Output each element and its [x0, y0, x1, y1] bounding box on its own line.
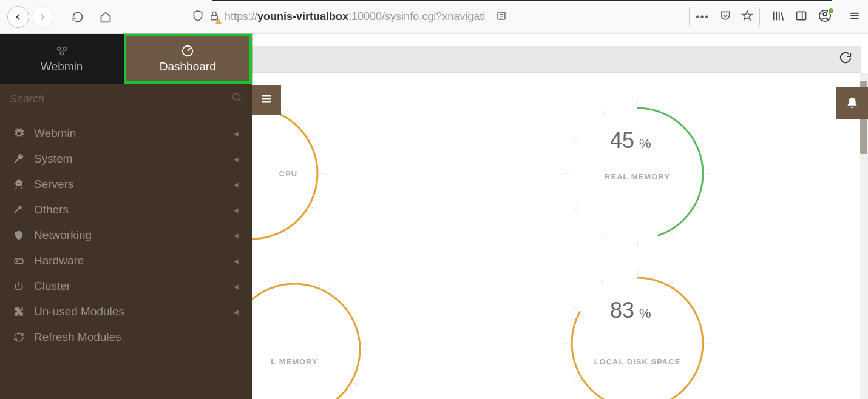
gauge-mem-pct: % — [639, 136, 651, 151]
sidebar-item-networking[interactable]: Networking◀ — [0, 223, 252, 248]
tab-webmin[interactable]: Webmin — [0, 34, 124, 84]
svg-line-43 — [601, 232, 604, 237]
svg-point-23 — [16, 261, 18, 262]
pocket-icon[interactable] — [719, 10, 731, 24]
power-icon — [13, 281, 25, 292]
url-bar-area: https://younis-virtualbox:10000/sysinfo.… — [192, 10, 507, 24]
svg-point-20 — [232, 93, 239, 100]
chevron-left-icon: ◀ — [234, 258, 239, 264]
tab-dashboard-label: Dashboard — [160, 60, 216, 73]
svg-point-16 — [57, 47, 61, 51]
chevron-left-icon: ◀ — [234, 156, 239, 163]
svg-line-50 — [328, 286, 331, 290]
sidebar-item-label: Un-used Modules — [34, 305, 234, 318]
svg-line-51 — [353, 313, 358, 316]
sidebar-item-cluster[interactable]: Cluster◀ — [0, 273, 252, 299]
svg-line-44 — [574, 207, 578, 210]
svg-point-54 — [252, 270, 373, 399]
chevron-left-icon: ◀ — [234, 207, 239, 213]
gauge-vmem-label: L MEMORY — [271, 357, 317, 366]
shield-icon[interactable] — [192, 10, 204, 24]
account-icon[interactable] — [818, 9, 832, 25]
shield-icon — [13, 230, 25, 241]
sidebar-item-label: Refresh Modules — [34, 330, 239, 344]
content-area: CPU 45 % REAL MEMORY — [252, 34, 868, 399]
dashboard-icon — [181, 44, 194, 58]
sidebar-item-others[interactable]: Others◀ — [0, 197, 252, 223]
scrollbar[interactable] — [860, 73, 868, 399]
gauge-mem-label: REAL MEMORY — [605, 172, 670, 181]
svg-line-40 — [696, 207, 701, 210]
sidebar-item-label: Others — [34, 203, 234, 216]
sidebar-item-label: Hardware — [34, 254, 234, 267]
lock-warning-icon[interactable] — [209, 10, 220, 24]
reload-button[interactable] — [67, 6, 89, 28]
sidebar-item-system[interactable]: System◀ — [0, 146, 252, 172]
svg-line-38 — [696, 137, 701, 140]
library-icon[interactable] — [771, 9, 784, 25]
sidebar: Webmin Dashboard Webmin◀System◀Servers◀O… — [0, 34, 252, 399]
sidebar-item-refresh-modules[interactable]: Refresh Modules — [0, 324, 252, 350]
svg-line-66 — [601, 280, 604, 284]
home-button[interactable] — [95, 6, 117, 28]
svg-line-46 — [574, 137, 578, 140]
gauge-mem-value: 45 — [610, 128, 634, 153]
gauges-panel: CPU 45 % REAL MEMORY — [252, 76, 856, 399]
sidebar-item-label: System — [34, 152, 234, 166]
gauge-virtual-memory: L MEMORY — [252, 270, 373, 399]
gauge-disk-value: 83 — [610, 298, 634, 323]
bookmark-star-icon[interactable] — [741, 10, 753, 24]
more-icon[interactable]: ••• — [696, 12, 710, 22]
sidebar-item-servers[interactable]: Servers◀ — [0, 172, 252, 197]
refresh-icon — [13, 332, 25, 343]
sidebar-item-hardware[interactable]: Hardware◀ — [0, 248, 252, 273]
svg-line-21 — [238, 99, 241, 102]
content-refresh-button[interactable] — [839, 51, 852, 68]
svg-line-8 — [781, 12, 783, 20]
svg-point-12 — [823, 12, 827, 16]
svg-line-28 — [285, 110, 288, 115]
search-icon[interactable] — [231, 92, 242, 106]
sidebar-item-webmin[interactable]: Webmin◀ — [0, 121, 252, 146]
sidebar-toggle-icon[interactable] — [795, 10, 807, 24]
svg-line-41 — [671, 232, 674, 237]
svg-point-67 — [572, 278, 703, 399]
gauge-real-memory: 45 % REAL MEMORY — [558, 95, 716, 252]
svg-line-53 — [353, 383, 358, 386]
hamburger-icon — [259, 92, 274, 109]
search-input[interactable] — [10, 93, 231, 106]
chevron-left-icon: ◀ — [234, 309, 239, 315]
chevron-left-icon: ◀ — [234, 232, 239, 239]
svg-line-47 — [601, 110, 604, 115]
reader-mode-icon[interactable] — [496, 10, 507, 24]
menu-icon[interactable] — [849, 10, 861, 24]
puzzle-icon — [13, 306, 25, 317]
hammer-icon — [13, 204, 25, 215]
gauge-cpu: CPU — [252, 95, 331, 252]
forward-button[interactable] — [32, 6, 53, 28]
svg-rect-22 — [15, 259, 23, 264]
sidebar-item-label: Cluster — [34, 280, 234, 293]
back-button[interactable] — [7, 6, 29, 28]
sidebar-item-label: Networking — [34, 229, 234, 242]
gauge-cpu-label: CPU — [279, 169, 297, 178]
hdd-icon — [13, 255, 25, 266]
svg-point-17 — [63, 47, 67, 51]
sidebar-menu: Webmin◀System◀Servers◀Others◀Networking◀… — [0, 112, 252, 358]
cog-icon — [13, 128, 25, 139]
svg-line-59 — [696, 377, 701, 380]
svg-line-56 — [671, 280, 674, 284]
svg-line-32 — [285, 232, 288, 237]
sidebar-collapse-button[interactable] — [252, 86, 281, 115]
tab-dashboard[interactable]: Dashboard — [124, 34, 253, 84]
sidebar-item-label: Servers — [34, 178, 234, 191]
url-text[interactable]: https://younis-virtualbox:10000/sysinfo.… — [225, 10, 485, 23]
svg-line-63 — [574, 377, 578, 380]
webmin-logo-icon — [55, 44, 69, 58]
wrench-icon — [13, 153, 25, 164]
chevron-left-icon: ◀ — [234, 283, 239, 290]
svg-line-65 — [574, 307, 578, 310]
chevron-left-icon: ◀ — [234, 130, 239, 137]
sidebar-item-un-used-modules[interactable]: Un-used Modules◀ — [0, 299, 252, 324]
svg-line-31 — [311, 207, 316, 210]
